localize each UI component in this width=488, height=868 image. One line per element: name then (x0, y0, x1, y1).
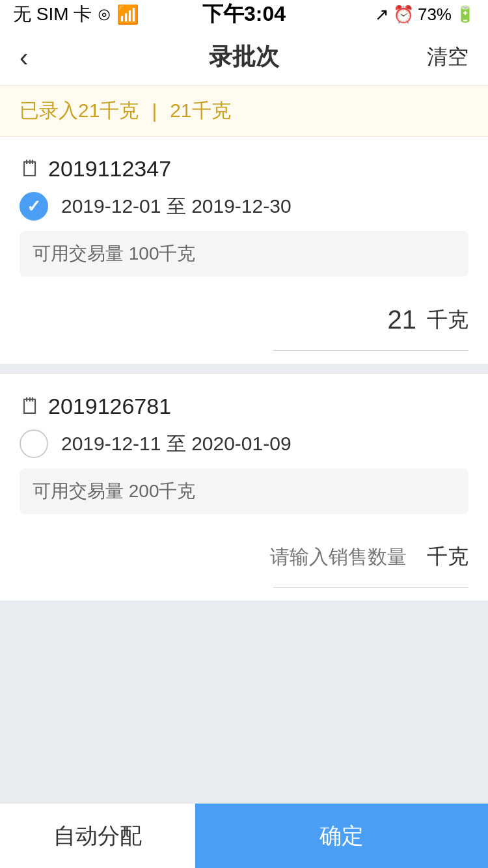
page-title: 录批次 (209, 41, 279, 73)
divider-line-1 (273, 350, 468, 351)
status-right: ↗ ⏰ 73% 🔋 (375, 5, 475, 25)
battery-text: 73% (418, 5, 452, 25)
status-time: 下午3:04 (202, 0, 286, 29)
amount-divider-1 (0, 350, 488, 364)
quantity-input-2[interactable] (221, 546, 416, 568)
batch-date-1: 2019-12-01 至 2019-12-30 (61, 193, 291, 220)
batch-radio-2[interactable] (20, 429, 48, 458)
amount-unit-1: 千克 (427, 306, 468, 334)
input-unit-2: 千克 (427, 543, 468, 571)
alarm-icon: ⏰ (393, 5, 414, 25)
batch-id-1: 2019112347 (48, 156, 171, 182)
total-label: 21千克 (170, 98, 230, 124)
summary-divider: | (152, 100, 157, 122)
battery-icon: 🔋 (455, 5, 475, 23)
status-left: 无 SIM 卡 ⊙ 📶 (13, 2, 139, 27)
input-divider-2 (0, 587, 488, 601)
batch-header-2: 🗒 2019126781 (20, 394, 468, 419)
batch-date-2: 2019-12-11 至 2020-01-09 (61, 431, 291, 457)
summary-bar: 已录入21千克 | 21千克 (0, 86, 488, 137)
batch-available-2: 可用交易量 200千克 (20, 468, 468, 514)
bottom-bar: 自动分配 确定 (0, 803, 488, 868)
recorded-label: 已录入21千克 (20, 98, 139, 124)
batch-id-2: 2019126781 (48, 394, 171, 419)
batch-item-1: 🗒 2019112347 2019-12-01 至 2019-12-30 可用交… (0, 137, 488, 290)
batch-header-1: 🗒 2019112347 (20, 156, 468, 182)
status-bar: 无 SIM 卡 ⊙ 📶 下午3:04 ↗ ⏰ 73% 🔋 (0, 0, 488, 29)
no-sim-text: 无 SIM 卡 ⊙ (13, 2, 111, 27)
batch-available-1: 可用交易量 100千克 (20, 231, 468, 277)
nav-bar: ‹ 录批次 清空 (0, 29, 488, 86)
batch-icon-2: 🗒 (20, 394, 42, 419)
auto-distribute-button[interactable]: 自动分配 (0, 804, 195, 868)
confirm-button[interactable]: 确定 (195, 804, 488, 868)
batch-radio-1[interactable] (20, 192, 48, 221)
section-separator (0, 364, 488, 374)
batch-date-row-2: 2019-12-11 至 2020-01-09 (20, 429, 468, 458)
clear-button[interactable]: 清空 (427, 43, 468, 72)
batch-date-row-1: 2019-12-01 至 2019-12-30 (20, 192, 468, 221)
divider-line-2 (273, 587, 468, 588)
batch-item-2: 🗒 2019126781 2019-12-11 至 2020-01-09 可用交… (0, 374, 488, 527)
amount-row-1: 21 千克 (0, 290, 488, 350)
location-icon: ↗ (375, 5, 389, 25)
back-button[interactable]: ‹ (20, 44, 28, 70)
amount-value-1: 21 (388, 305, 417, 334)
input-row-2: 千克 (0, 527, 488, 587)
batch-icon-1: 🗒 (20, 156, 42, 182)
content-area: 🗒 2019112347 2019-12-01 至 2019-12-30 可用交… (0, 137, 488, 868)
wifi-icon: 📶 (116, 4, 139, 25)
